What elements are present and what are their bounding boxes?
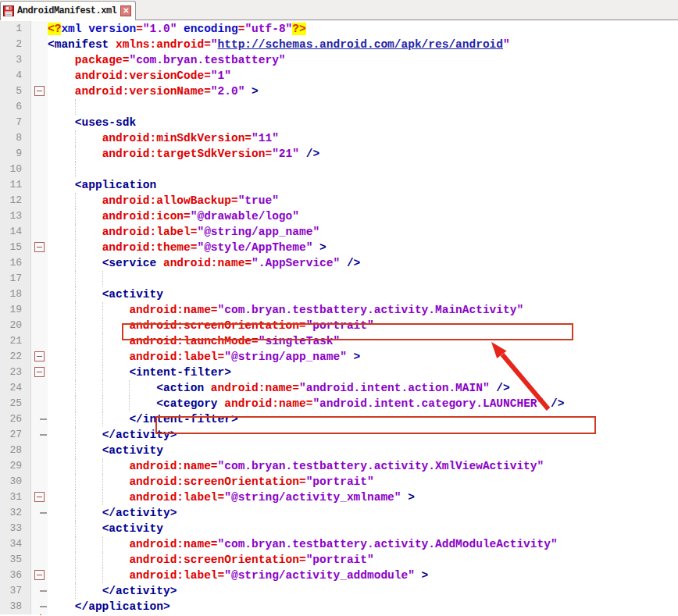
code-line[interactable]: 4 android:versionCode="1"	[0, 68, 678, 84]
code-line[interactable]: 8 android:minSdkVersion="11"	[0, 130, 678, 146]
code-line[interactable]: 5 android:versionName="2.0" >	[0, 84, 678, 99]
token-a: android:label	[129, 569, 217, 582]
code-text[interactable]: android:allowBackup="true"	[48, 193, 678, 208]
code-line[interactable]: 12 android:allowBackup="true"	[0, 193, 678, 208]
token-a: android:theme	[102, 241, 191, 254]
token-v: "1"	[211, 69, 231, 82]
code-text[interactable]: <manifest xmlns:android="http://schemas.…	[48, 37, 678, 52]
code-line[interactable]: 3 package="com.bryan.testbattery"	[0, 52, 678, 68]
code-text[interactable]: <category android:name="android.intent.c…	[48, 396, 678, 411]
line-number: 1	[0, 21, 31, 37]
token-a: android:allowBackup	[102, 194, 231, 207]
token-p	[48, 85, 75, 98]
code-line[interactable]: 22 android:label="@string/app_name" >	[0, 349, 678, 365]
tab-androidmanifest[interactable]: AndroidManifest.xml ✕	[0, 1, 136, 20]
indent-guide	[75, 505, 76, 521]
code-line[interactable]: 7 <uses-sdk	[0, 115, 678, 130]
fold-margin-cell	[31, 458, 48, 474]
token-t: <activity	[102, 522, 163, 535]
code-text[interactable]: android:minSdkVersion="11"	[48, 130, 678, 146]
tab-bar: AndroidManifest.xml ✕	[0, 0, 678, 20]
fold-collapse-icon[interactable]	[34, 570, 45, 580]
code-line[interactable]: 10	[0, 162, 678, 177]
token-v: "portrait"	[306, 475, 374, 488]
token-v: "1.0"	[143, 23, 177, 35]
code-line[interactable]: 31 android:label="@string/activity_xmlna…	[0, 490, 678, 505]
editor-pane[interactable]: 1<?xml version="1.0" encoding="utf-8"?>2…	[0, 20, 678, 616]
fold-collapse-icon[interactable]	[34, 492, 45, 502]
code-text[interactable]: android:label="@string/app_name" >	[48, 349, 678, 365]
code-text[interactable]: package="com.bryan.testbattery"	[48, 52, 678, 68]
code-text[interactable]: android:name="com.bryan.testbattery.acti…	[48, 458, 678, 474]
code-line[interactable]: 36 android:label="@string/activity_addmo…	[0, 568, 678, 583]
code-line[interactable]: 15 android:theme="@style/AppTheme" >	[0, 240, 678, 255]
code-line[interactable]: 30 android:screenOrientation="portrait"	[0, 474, 678, 490]
code-line[interactable]: 32 </activity>	[0, 505, 678, 521]
code-text[interactable]: android:screenOrientation="portrait"	[48, 474, 678, 490]
code-line[interactable]: 17	[0, 271, 678, 287]
code-text[interactable]: <intent-filter>	[48, 365, 678, 380]
code-text[interactable]: </activity>	[48, 583, 678, 599]
code-text[interactable]: <activity	[48, 521, 678, 536]
code-line[interactable]: 33 <activity	[0, 521, 678, 536]
code-text[interactable]: <activity	[48, 443, 678, 458]
code-text[interactable]: <uses-sdk	[48, 115, 678, 130]
code-line[interactable]: 1<?xml version="1.0" encoding="utf-8"?>	[0, 21, 678, 37]
code-text[interactable]: android:name="com.bryan.testbattery.acti…	[48, 302, 678, 318]
indent-guide	[102, 474, 103, 490]
code-text[interactable]: android:label="@string/activity_addmodul…	[48, 568, 678, 583]
code-line[interactable]: 35 android:screenOrientation="portrait"	[0, 552, 678, 568]
line-number: 19	[0, 302, 31, 318]
code-line[interactable]: 29 android:name="com.bryan.testbattery.a…	[0, 458, 678, 474]
tab-close-icon[interactable]: ✕	[120, 5, 131, 16]
code-text[interactable]: <application	[48, 177, 678, 193]
indent-guide	[75, 380, 76, 396]
code-text[interactable]: android:name="com.bryan.testbattery.acti…	[48, 536, 678, 552]
indent-guide	[102, 333, 103, 349]
code-text[interactable]: android:label="@string/activity_xmlname"…	[48, 490, 678, 505]
fold-collapse-icon[interactable]	[34, 351, 45, 361]
code-text[interactable]: android:versionName="2.0" >	[48, 84, 678, 99]
code-text[interactable]: </activity>	[48, 505, 678, 521]
code-text[interactable]	[48, 99, 678, 115]
fold-collapse-icon[interactable]	[34, 367, 45, 377]
code-text[interactable]: android:icon="@drawable/logo"	[48, 208, 678, 224]
code-line[interactable]: 18 <activity	[0, 287, 678, 302]
code-line[interactable]: 38 </application>	[0, 599, 678, 614]
code-line[interactable]: 23 <intent-filter>	[0, 365, 678, 380]
code-line[interactable]: 2<manifest xmlns:android="http://schemas…	[0, 37, 678, 52]
token-a: =	[292, 382, 299, 394]
code-line[interactable]: 28 <activity	[0, 443, 678, 458]
code-line[interactable]: 9 android:targetSdkVersion="21" />	[0, 146, 678, 162]
code-text[interactable]: android:theme="@style/AppTheme" >	[48, 240, 678, 255]
code-text[interactable]: <service android:name=".AppService" />	[48, 255, 678, 271]
code-text[interactable]: android:versionCode="1"	[48, 68, 678, 84]
code-text[interactable]: android:targetSdkVersion="21" />	[48, 146, 678, 162]
code-line[interactable]: 19 android:name="com.bryan.testbattery.a…	[0, 302, 678, 318]
code-text[interactable]	[48, 271, 678, 287]
code-text[interactable]: <activity	[48, 287, 678, 302]
code-text[interactable]: </application>	[48, 599, 678, 614]
code-text[interactable]: android:label="@string/app_name"	[48, 224, 678, 240]
code-line[interactable]: 11 <application	[0, 177, 678, 193]
code-line[interactable]: 13 android:icon="@drawable/logo"	[0, 208, 678, 224]
code-text[interactable]: <action android:name="android.intent.act…	[48, 380, 678, 396]
code-line[interactable]: 16 <service android:name=".AppService" /…	[0, 255, 678, 271]
annotation-box-launcher	[155, 416, 596, 434]
token-a: android:icon	[102, 210, 184, 223]
token-a: =	[265, 148, 272, 160]
indent-guide	[102, 380, 103, 396]
fold-margin-cell	[31, 130, 48, 146]
code-line[interactable]: 14 android:label="@string/app_name"	[0, 224, 678, 240]
fold-collapse-icon[interactable]	[34, 86, 45, 96]
code-text[interactable]: android:screenOrientation="portrait"	[48, 552, 678, 568]
code-line[interactable]: 24 <action android:name="android.intent.…	[0, 380, 678, 396]
code-text[interactable]	[48, 162, 678, 177]
line-number: 33	[0, 521, 31, 536]
code-line[interactable]: 34 android:name="com.bryan.testbattery.a…	[0, 536, 678, 552]
code-line[interactable]: 6	[0, 99, 678, 115]
fold-collapse-icon[interactable]	[34, 242, 45, 252]
code-line[interactable]: 37 </activity>	[0, 583, 678, 599]
code-text[interactable]: <?xml version="1.0" encoding="utf-8"?>	[48, 21, 678, 37]
code-line[interactable]: 25 <category android:name="android.inten…	[0, 396, 678, 411]
